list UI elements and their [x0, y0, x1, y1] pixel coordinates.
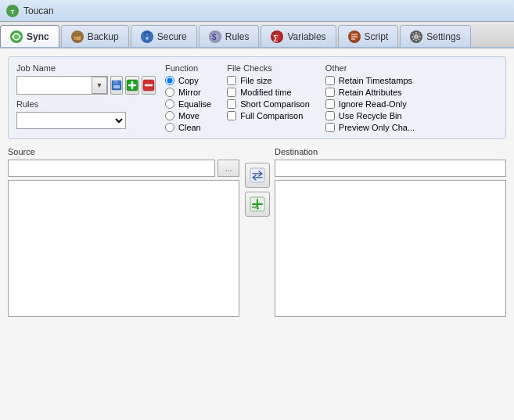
other-retaints-cb[interactable]: [325, 76, 335, 85]
function-mirror[interactable]: Mirror: [165, 88, 211, 97]
function-equalise-label: Equalise: [178, 99, 211, 109]
filecheck-filesize-cb[interactable]: [227, 76, 236, 85]
function-equalise-radio[interactable]: [165, 99, 174, 109]
source-browse-button[interactable]: ...: [217, 160, 239, 177]
tab-script[interactable]: Script: [338, 25, 399, 47]
other-previewonly[interactable]: Preview Only Cha...: [325, 123, 498, 132]
function-mirror-label: Mirror: [178, 88, 201, 97]
dest-path-row: [275, 160, 506, 177]
other-retainattr-cb[interactable]: [325, 88, 335, 97]
svg-text:∑: ∑: [273, 34, 278, 41]
filecheck-filesize-label: File size: [240, 76, 271, 85]
svg-text:T: T: [11, 9, 15, 16]
job-name-section: Job Name ▼: [16, 63, 149, 95]
other-ignorereadonly-cb[interactable]: [325, 99, 335, 109]
function-radio-group: Copy Mirror Equalise Move Clean: [165, 76, 211, 132]
source-path-input[interactable]: [8, 160, 215, 177]
other-previewonly-cb[interactable]: [325, 123, 335, 132]
rules-tab-icon: $: [209, 31, 221, 43]
file-checks-group: File size Modified time Short Comparison…: [227, 76, 310, 120]
filecheck-fullcomparison-label: Full Comparison: [240, 111, 303, 120]
source-file-tree[interactable]: [8, 180, 239, 317]
other-retainattr[interactable]: Retain Attributes: [325, 88, 498, 97]
other-label: Other: [325, 63, 498, 73]
tab-rules[interactable]: $ Rules: [199, 25, 260, 47]
function-move-radio[interactable]: [165, 111, 174, 120]
tab-sync[interactable]: Sync: [0, 25, 59, 47]
destination-panel: Destination: [275, 147, 506, 317]
remove-job-button[interactable]: [142, 76, 156, 95]
filecheck-fullcomparison-cb[interactable]: [227, 111, 236, 120]
other-retaints[interactable]: Retain Timestamps: [325, 76, 498, 85]
destination-label: Destination: [275, 147, 506, 156]
app-icon: T: [6, 5, 19, 17]
svg-point-11: [415, 35, 418, 38]
add-path-button[interactable]: [245, 192, 270, 217]
file-checks-section: File Checks File size Modified time Shor…: [227, 63, 310, 132]
function-equalise[interactable]: Equalise: [165, 99, 211, 109]
tab-variables[interactable]: ∑ Variables: [261, 25, 336, 47]
rules-dropdown[interactable]: [16, 112, 126, 129]
function-move[interactable]: Move: [165, 111, 211, 120]
variables-tab-icon: ∑: [271, 31, 283, 43]
other-section: Other Retain Timestamps Retain Attribute…: [325, 63, 498, 132]
svg-marker-2: [20, 35, 21, 38]
filecheck-shortcomparison[interactable]: Short Comparison: [227, 99, 310, 109]
other-ignorereadonly[interactable]: Ignore Read-Only: [325, 99, 498, 109]
other-ignorereadonly-label: Ignore Read-Only: [339, 99, 407, 109]
dest-path-input[interactable]: [275, 160, 506, 177]
job-name-input[interactable]: [17, 77, 92, 93]
function-copy-radio[interactable]: [165, 76, 174, 85]
function-copy[interactable]: Copy: [165, 76, 211, 85]
other-userecyclebin-cb[interactable]: [325, 111, 335, 120]
tab-variables-label: Variables: [287, 31, 325, 42]
app-title: Toucan: [23, 5, 54, 16]
job-name-dropdown-btn[interactable]: ▼: [92, 77, 107, 94]
function-label: Function: [165, 63, 211, 73]
sync-direction-button[interactable]: [245, 163, 270, 188]
tab-rules-label: Rules: [225, 31, 250, 42]
rules-label: Rules: [16, 99, 149, 109]
filecheck-shortcomparison-cb[interactable]: [227, 99, 236, 109]
add-job-button[interactable]: [125, 76, 139, 95]
function-move-label: Move: [178, 111, 199, 120]
other-userecyclebin-label: Use Recycle Bin: [339, 111, 402, 120]
function-clean[interactable]: Clean: [165, 123, 211, 132]
tab-settings[interactable]: Settings: [400, 25, 470, 47]
save-job-button[interactable]: [110, 76, 123, 95]
filecheck-modifiedtime-cb[interactable]: [227, 88, 236, 97]
rules-dropdown-container: [16, 112, 149, 129]
other-previewonly-label: Preview Only Cha...: [339, 123, 415, 132]
filecheck-shortcomparison-label: Short Comparison: [240, 99, 310, 109]
job-rules-container: Job Name ▼: [16, 63, 149, 132]
script-tab-icon: [348, 31, 361, 43]
backup-tab-icon: [71, 31, 84, 43]
tab-settings-label: Settings: [426, 31, 460, 42]
filecheck-modifiedtime[interactable]: Modified time: [227, 88, 310, 97]
svg-rect-13: [113, 81, 118, 84]
settings-tab-icon: [410, 31, 422, 43]
rules-section: Rules: [16, 99, 149, 129]
filecheck-fullcomparison[interactable]: Full Comparison: [227, 111, 310, 120]
function-mirror-radio[interactable]: [165, 88, 174, 97]
filecheck-modifiedtime-label: Modified time: [240, 88, 291, 97]
middle-buttons: [243, 163, 271, 217]
secure-tab-icon: [141, 31, 153, 43]
dest-file-tree[interactable]: [275, 180, 506, 317]
tab-secure[interactable]: Secure: [131, 25, 197, 47]
tab-backup[interactable]: Backup: [61, 25, 129, 47]
tab-script-label: Script: [365, 31, 389, 42]
other-group: Retain Timestamps Retain Attributes Igno…: [325, 76, 498, 132]
svg-marker-3: [12, 35, 13, 38]
source-panel: Source ...: [8, 147, 239, 317]
function-copy-label: Copy: [178, 76, 199, 85]
svg-rect-14: [113, 85, 120, 88]
svg-point-8: [146, 38, 148, 39]
sync-tab-icon: [10, 31, 23, 43]
tab-bar: Sync Backup Secure $ Rules: [0, 22, 514, 48]
file-checks-label: File Checks: [227, 63, 310, 73]
function-clean-radio[interactable]: [165, 123, 174, 132]
job-name-row: ▼: [16, 76, 149, 95]
filecheck-filesize[interactable]: File size: [227, 76, 310, 85]
other-userecyclebin[interactable]: Use Recycle Bin: [325, 111, 498, 120]
